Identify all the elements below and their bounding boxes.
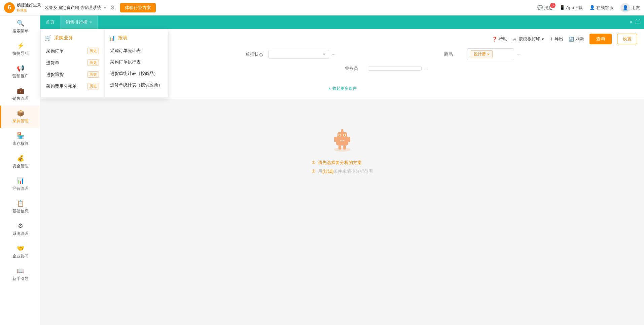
dropdown-report-title: 报表 bbox=[118, 35, 128, 41]
tab-close-all-icon[interactable]: × bbox=[630, 19, 633, 25]
settings-icon[interactable]: ⚙ bbox=[110, 4, 115, 11]
sidebar-label-enterprise: 企业协同 bbox=[12, 253, 29, 259]
order-status-input[interactable]: ▾ bbox=[269, 50, 329, 59]
inventory-icon: 🏪 bbox=[17, 132, 24, 139]
dropdown-item-goods-return[interactable]: 进货退货 历史 bbox=[45, 69, 100, 80]
dropdown-item-receipt-stats-supplier[interactable]: 进货单统计表（按供应商） bbox=[109, 79, 164, 91]
logo-icon: 6 bbox=[4, 2, 15, 13]
sidebar-item-system[interactable]: ⚙ 系统管理 bbox=[0, 218, 40, 241]
filter-group-order-status: 单据状态 ▾ ··· bbox=[246, 50, 439, 59]
sidebar-item-inventory[interactable]: 🏪 库存核算 bbox=[0, 128, 40, 151]
purchase-dropdown-icon: 🛒 bbox=[45, 35, 51, 41]
goods-label: 商品 bbox=[444, 51, 464, 57]
collapse-icon: ∧ bbox=[328, 86, 331, 91]
refresh-item[interactable]: 🔄 刷新 bbox=[569, 36, 584, 42]
app-download-item[interactable]: 📱 App下载 bbox=[560, 5, 583, 11]
goods-dots[interactable]: ··· bbox=[517, 52, 521, 57]
message-item[interactable]: 💬 消息 5 bbox=[537, 5, 553, 11]
sidebar-label-finance: 资金管理 bbox=[12, 163, 29, 169]
sidebar-item-marketing[interactable]: 📢 营销推广 bbox=[0, 60, 40, 83]
sidebar-label-operations: 经营管理 bbox=[12, 186, 29, 192]
salesperson-label: 业务员 bbox=[345, 66, 365, 72]
export-label: 导出 bbox=[554, 36, 563, 42]
order-status-caret: ▾ bbox=[323, 52, 325, 57]
purchase-order-badge: 历史 bbox=[87, 48, 99, 54]
help-item[interactable]: ❓ 帮助 bbox=[492, 36, 507, 42]
empty-illustration bbox=[329, 126, 356, 153]
goods-tag-close[interactable]: × bbox=[487, 52, 490, 57]
online-service-item[interactable]: 👤 在线客服 bbox=[589, 5, 614, 11]
marketing-icon: 📢 bbox=[17, 65, 24, 72]
enterprise-icon: 🤝 bbox=[17, 245, 24, 252]
svg-point-8 bbox=[341, 129, 343, 131]
system-icon: ⚙ bbox=[18, 222, 23, 230]
finance-icon: 💰 bbox=[17, 155, 24, 162]
sidebar-label-basic-info: 基础信息 bbox=[12, 208, 29, 214]
purchase-expense-badge: 历史 bbox=[87, 83, 99, 89]
sidebar-item-operations[interactable]: 📊 经营管理 bbox=[0, 173, 40, 196]
refresh-icon: 🔄 bbox=[569, 37, 574, 42]
filter-group-goods: 商品 设计费 × ··· bbox=[444, 48, 637, 60]
sidebar-item-basic-info[interactable]: 📋 基础信息 bbox=[0, 196, 40, 218]
sidebar-label-inventory: 库存核算 bbox=[12, 141, 29, 147]
sidebar-item-search[interactable]: 🔍 搜索菜单 bbox=[0, 15, 40, 38]
svg-rect-11 bbox=[338, 146, 341, 150]
sidebar-item-finance[interactable]: 💰 资金管理 bbox=[0, 151, 40, 173]
svg-rect-10 bbox=[348, 137, 350, 142]
salesperson-dots[interactable]: ··· bbox=[424, 66, 428, 71]
purchase-order-label: 采购订单 bbox=[46, 48, 64, 54]
empty-tips: ① 请先选择要分析的方案 ② 用[过滤]条件来缩小分析范围 bbox=[312, 158, 373, 176]
goods-receipt-label: 进货单 bbox=[46, 60, 59, 66]
print-dropdown-icon[interactable]: ▾ bbox=[542, 37, 544, 42]
sidebar-label-sales: 销售管理 bbox=[12, 96, 29, 101]
system-title: 装备及固定资产辅助管理系统 bbox=[44, 5, 101, 11]
query-button[interactable]: 查询 bbox=[589, 34, 612, 44]
dropdown-item-po-exec[interactable]: 采购订单执行表 bbox=[109, 56, 164, 68]
settings-button[interactable]: 设置 bbox=[617, 34, 637, 44]
avatar: 👤 bbox=[620, 3, 630, 12]
tab-close-icon[interactable]: × bbox=[90, 20, 92, 25]
logo-area: 6 畅捷通好生意 标准版 bbox=[4, 2, 44, 13]
system-title-area: 装备及固定资产辅助管理系统 ▾ ⚙ 体验行业方案 bbox=[44, 3, 537, 12]
sidebar-label-system: 系统管理 bbox=[12, 231, 29, 237]
tab-fullscreen-icon[interactable]: ⛶ bbox=[635, 19, 641, 25]
sidebar-item-purchase[interactable]: 📦 采购管理 bbox=[0, 106, 40, 128]
sidebar-item-guide[interactable]: 📖 新手引导 bbox=[0, 263, 40, 286]
industry-btn[interactable]: 体验行业方案 bbox=[120, 3, 156, 12]
svg-rect-12 bbox=[343, 146, 346, 150]
sidebar-item-enterprise[interactable]: 🤝 企业协同 bbox=[0, 241, 40, 263]
tab-bar-right: × ⛶ bbox=[630, 19, 644, 25]
user-item[interactable]: 👤 用友 bbox=[620, 3, 640, 12]
export-item[interactable]: ⬇ 导出 bbox=[549, 36, 563, 42]
sidebar: 🔍 搜索菜单 ⚡ 快捷导航 📢 营销推广 💼 销售管理 📦 采购管理 🏪 库存核… bbox=[0, 15, 40, 325]
empty-tip-2: ② 用[过滤]条件来缩小分析范围 bbox=[312, 167, 373, 176]
goods-return-label: 进货退货 bbox=[46, 72, 64, 78]
salesperson-input[interactable] bbox=[368, 67, 422, 71]
print-label: 按模板打印 bbox=[518, 36, 540, 42]
dropdown-item-po-stats[interactable]: 采购订单统计表 bbox=[109, 45, 164, 56]
dropdown-report-col: 📊 报表 采购订单统计表 采购订单执行表 进货单统计表（按商品） 进货单统计表（… bbox=[105, 29, 168, 97]
tab-sales-rank[interactable]: 销售排行榜 × bbox=[60, 15, 98, 29]
report-dropdown-icon: 📊 bbox=[109, 35, 115, 41]
dropdown-item-purchase-expense[interactable]: 采购费用分摊单 历史 bbox=[45, 80, 100, 92]
empty-tip-1: ① 请先选择要分析的方案 bbox=[312, 158, 373, 167]
dropdown-item-goods-receipt[interactable]: 进货单 历史 bbox=[45, 57, 100, 69]
dropdown-item-purchase-order[interactable]: 采购订单 历史 bbox=[45, 45, 100, 57]
sidebar-item-sales[interactable]: 💼 销售管理 bbox=[0, 83, 40, 106]
sidebar-label-marketing: 营销推广 bbox=[12, 73, 29, 79]
top-header: 6 畅捷通好生意 标准版 装备及固定资产辅助管理系统 ▾ ⚙ 体验行业方案 💬 … bbox=[0, 0, 644, 15]
goods-input[interactable]: 设计费 × bbox=[467, 48, 514, 60]
dropdown-item-receipt-stats-goods[interactable]: 进货单统计表（按商品） bbox=[109, 68, 164, 79]
print-template-item[interactable]: 🖨 按模板打印 ▾ bbox=[513, 36, 544, 42]
system-title-dropdown[interactable]: ▾ bbox=[104, 5, 106, 10]
sidebar-label-guide: 新手引导 bbox=[12, 276, 29, 282]
goods-receipt-badge: 历史 bbox=[87, 59, 99, 66]
sidebar-item-quick-nav[interactable]: ⚡ 快捷导航 bbox=[0, 38, 40, 60]
dropdown-purchase-header: 🛒 采购业务 bbox=[45, 35, 100, 41]
tab-home[interactable]: 首页 bbox=[40, 15, 60, 29]
purchase-expense-label: 采购费用分摊单 bbox=[46, 83, 77, 89]
order-status-dots[interactable]: ··· bbox=[332, 52, 335, 57]
svg-point-5 bbox=[339, 134, 341, 136]
sales-icon: 💼 bbox=[17, 87, 24, 94]
phone-icon: 📱 bbox=[560, 5, 565, 10]
